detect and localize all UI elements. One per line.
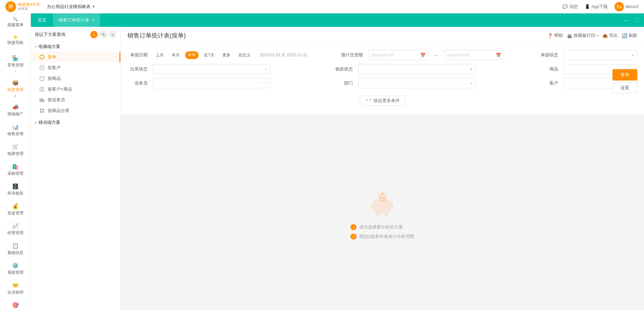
tree-item-by-customer[interactable]: 按客户	[31, 62, 120, 73]
calendar-start-icon[interactable]: 📅	[420, 53, 426, 58]
by-product-icon	[39, 75, 45, 82]
page-header-actions: ❓ 帮助 🖨️ 按模板打印 ▾ 📤 导出	[547, 33, 637, 43]
sidebar-item-system[interactable]: ⚙️ 系统管理	[0, 259, 31, 279]
empty-illustration	[366, 185, 399, 219]
settings-button[interactable]: 设置	[612, 83, 637, 93]
date-shortcut-more[interactable]: 更多	[220, 51, 233, 59]
salesperson-label: 业务员	[127, 80, 148, 86]
download-icon: 📱	[585, 4, 590, 9]
collapse-filters-button[interactable]: ⌃⌃ 收起更多条件	[360, 96, 405, 106]
filter-dash: —	[434, 53, 438, 58]
print-dropdown-icon: ▾	[597, 34, 598, 38]
help-button[interactable]: ❓ 帮助	[547, 33, 563, 39]
svg-rect-10	[40, 99, 41, 102]
by-customer-icon	[39, 65, 45, 71]
sidebar-item-retail[interactable]: 🏪 零售管理 ▾	[0, 52, 31, 76]
sidebar-item-finance[interactable]: 💰 资金管理	[0, 200, 31, 219]
search-menu-item[interactable]: 🔍 搜索菜单	[0, 13, 31, 31]
product-label: 商品	[538, 66, 558, 72]
content-area: 按以下方案查询 + ✎ « ▾ 电脑端方案	[31, 27, 644, 310]
tree-mobile-header[interactable]: ▸ 移动端方案	[31, 117, 120, 127]
export-button[interactable]: 📤 导出	[602, 33, 618, 39]
sidebar-item-basic[interactable]: 📋 基础信息	[0, 239, 31, 259]
tab-bar-actions: — ⛶	[621, 15, 644, 25]
salesperson-input[interactable]: ···	[153, 78, 270, 88]
tab-close-button[interactable]: ×	[92, 17, 95, 23]
tree-item-by-cust-prod[interactable]: 按客户+商品	[31, 84, 120, 95]
sales-icon: 📊	[12, 124, 19, 130]
tree-section-pc: ▾ 电脑端方案 按单 按	[31, 42, 120, 116]
add-scheme-button[interactable]: +	[90, 31, 98, 38]
tree-item-by-salesperson[interactable]: 按业务员	[31, 95, 120, 105]
tree-item-by-product[interactable]: 按商品	[31, 73, 120, 84]
user-menu-button[interactable]: Ea demo2	[614, 2, 639, 11]
sidebar-item-collab[interactable]: 🤝 企业协同	[0, 279, 31, 299]
tree-pc-chevron: ▾	[35, 45, 37, 49]
expected-date-end-input[interactable]: yyyy-mm-dd 📅	[444, 50, 504, 60]
sidebar-item-newbie[interactable]: 🎯 新手引导	[0, 299, 31, 310]
sidebar-item-purchase[interactable]: 🛍️ 采购管理	[0, 160, 31, 180]
department-select[interactable]: ▾	[358, 78, 476, 88]
date-shortcut-custom[interactable]: 自定义	[236, 51, 253, 59]
svg-rect-11	[41, 98, 43, 102]
action-buttons: 查询 设置	[612, 69, 637, 93]
query-button[interactable]: 查询	[612, 69, 637, 81]
search-icon: 🔍	[13, 17, 18, 21]
left-panel-header: 按以下方案查询 + ✎ «	[31, 31, 120, 42]
sidebar-item-ecommerce[interactable]: 🛒 电商管理	[0, 140, 31, 160]
left-panel: 按以下方案查询 + ✎ « ▾ 电脑端方案	[31, 27, 121, 310]
tree-item-by-category[interactable]: 按商品分类	[31, 105, 120, 116]
sidebar-item-operations[interactable]: 📈 经营管理	[0, 219, 31, 239]
svg-rect-24	[377, 213, 380, 217]
refresh-button[interactable]: 🔄 刷新	[622, 33, 637, 39]
svg-rect-16	[42, 111, 44, 113]
page-title: 销售订单统计表(按单)	[127, 32, 186, 44]
delivery-status-label: 出库状态	[127, 66, 148, 72]
message-button[interactable]: 💬 消息	[562, 4, 578, 10]
order-status-chevron: ▾	[632, 53, 634, 58]
basic-icon: 📋	[12, 243, 19, 249]
salesperson-dots[interactable]: ···	[262, 80, 267, 86]
date-shortcut-thisyear[interactable]: 本年	[185, 51, 199, 59]
collapse-icon: ⌃⌃	[365, 98, 372, 103]
sidebar-item-sales[interactable]: 📊 销售管理	[0, 120, 31, 140]
sidebar-item-inventory[interactable]: 🗄️ 库存核算	[0, 180, 31, 200]
sidebar-item-marketing[interactable]: 📣 营销推广	[0, 101, 31, 120]
edit-scheme-button[interactable]: ✎	[100, 31, 107, 38]
delivery-chevron: ▾	[265, 67, 267, 72]
tab-sales-stat[interactable]: 销售订单统计表 ×	[53, 13, 100, 27]
date-shortcut-7days[interactable]: 近7天	[201, 51, 217, 59]
retail-expand-icon: ▾	[14, 69, 16, 73]
tree-section-mobile: ▸ 移动端方案	[31, 117, 120, 127]
export-icon: 📤	[602, 33, 608, 38]
inventory-icon: 🗄️	[12, 183, 19, 190]
tab-maximize-button[interactable]: ⛶	[632, 15, 641, 25]
sidebar-item-wholesale[interactable]: 📦 批发管理 ▴	[0, 76, 31, 101]
payment-status-select[interactable]: ▾	[358, 64, 476, 74]
svg-rect-25	[385, 213, 388, 217]
svg-marker-26	[380, 191, 385, 195]
expected-date-label: 预计交货期	[341, 52, 363, 58]
date-shortcut-thismonth[interactable]: 本月	[169, 51, 182, 59]
empty-state: 1 请先选择要分析的方案 2 用[过滤]条件来缩小分析范围	[121, 115, 644, 310]
user-avatar: Ea	[614, 2, 624, 11]
print-button[interactable]: 🖨️ 按模板打印 ▾	[567, 33, 598, 39]
tree-item-by-order[interactable]: 按单	[31, 52, 120, 62]
page-header: 销售订单统计表(按单) ❓ 帮助 🖨️ 按模板打印 ▾	[121, 27, 644, 45]
calendar-end-icon[interactable]: 📅	[496, 53, 501, 58]
svg-rect-22	[371, 202, 374, 209]
tab-minimize-button[interactable]: —	[621, 15, 631, 25]
expected-date-start-input[interactable]: yyyy-mm-dd 📅	[368, 50, 429, 60]
delivery-status-select[interactable]: ▾	[153, 64, 270, 74]
tree-pc-header[interactable]: ▾ 电脑端方案	[31, 42, 120, 52]
tab-bar: 首页 销售订单统计表 × — ⛶	[31, 13, 644, 27]
logo-icon: 好	[5, 1, 16, 12]
tab-home[interactable]: 首页	[31, 13, 53, 27]
date-shortcut-lastmonth[interactable]: 上月	[153, 51, 166, 59]
window-title-dropdown[interactable]: ▾	[93, 5, 94, 8]
app-download-button[interactable]: 📱 App下载	[585, 4, 608, 10]
quick-nav-item[interactable]: ⭐ 快捷导航	[0, 31, 31, 49]
collapse-panel-button[interactable]: «	[109, 31, 116, 38]
svg-rect-15	[40, 111, 42, 113]
order-status-select[interactable]: ▾	[564, 50, 637, 60]
